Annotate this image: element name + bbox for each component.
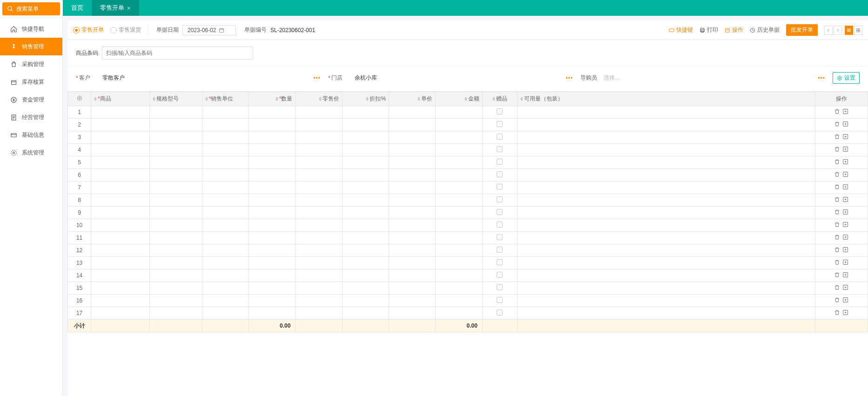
th-unit-price[interactable]: 单价 [389,92,436,106]
cell-unit[interactable] [202,269,249,282]
cell-amount[interactable] [436,169,482,181]
delete-row-button[interactable] [834,284,841,291]
cell-unit[interactable] [202,194,249,207]
cell-amount[interactable] [436,244,482,257]
cell-unit-price[interactable] [389,144,436,156]
operate-link[interactable]: 操作 [725,26,743,34]
guide-select[interactable]: 选择... [599,74,815,82]
cell-spec[interactable] [149,295,202,307]
checkbox-icon[interactable] [497,221,503,228]
cell-amount[interactable] [436,295,482,307]
delete-row-button[interactable] [834,196,841,203]
cell-amount[interactable] [436,156,482,169]
cell-product[interactable] [91,295,149,307]
cell-product[interactable] [91,219,149,232]
nav-item-0[interactable]: 快捷导航 [0,20,62,38]
checkbox-icon[interactable] [497,297,503,303]
cell-unit[interactable] [202,181,249,194]
cell-unit[interactable] [202,144,249,156]
cell-retail[interactable] [296,144,342,156]
delete-row-button[interactable] [834,209,841,215]
table-row[interactable]: 10 [68,219,868,232]
cell-discount[interactable] [342,257,389,269]
cell-unit-price[interactable] [389,156,436,169]
cell-qty[interactable] [249,295,295,307]
cell-gift[interactable] [482,156,517,169]
cell-product[interactable] [91,131,149,144]
cell-retail[interactable] [296,194,342,207]
delete-row-button[interactable] [834,171,841,178]
cell-retail[interactable] [296,295,342,307]
cell-retail[interactable] [296,106,342,119]
cell-discount[interactable] [342,295,389,307]
cell-unit-price[interactable] [389,181,436,194]
expand-mode-button[interactable] [854,26,862,35]
barcode-input[interactable] [102,47,253,60]
cell-unit[interactable] [202,106,249,119]
cell-spec[interactable] [149,207,202,219]
customer-value[interactable]: 零散客户 [98,74,311,82]
cell-unit-price[interactable] [389,307,436,320]
cell-retail[interactable] [296,169,342,181]
cell-product[interactable] [91,169,149,181]
cell-spec[interactable] [149,144,202,156]
cell-qty[interactable] [249,181,295,194]
cell-qty[interactable] [249,257,295,269]
cell-discount[interactable] [342,131,389,144]
table-row[interactable]: 4 [68,144,868,156]
th-discount[interactable]: 折扣% [342,92,389,106]
cell-gift[interactable] [482,106,517,119]
cell-product[interactable] [91,257,149,269]
cell-amount[interactable] [436,131,482,144]
cell-unit-price[interactable] [389,232,436,244]
th-gift[interactable]: 赠品 [482,92,517,106]
cell-spec[interactable] [149,169,202,181]
cell-unit-price[interactable] [389,295,436,307]
checkbox-icon[interactable] [497,209,503,215]
cell-amount[interactable] [436,257,482,269]
delete-row-button[interactable] [834,108,841,115]
table-row[interactable]: 17 [68,307,868,320]
cell-unit-price[interactable] [389,257,436,269]
cell-discount[interactable] [342,106,389,119]
cell-product[interactable] [91,207,149,219]
list-mode-button[interactable] [845,26,853,35]
th-product[interactable]: *商品 [91,92,149,106]
cell-retail[interactable] [296,257,342,269]
add-row-button[interactable] [842,297,849,303]
cell-qty[interactable] [249,144,295,156]
nav-item-2[interactable]: 采购管理 [0,55,62,73]
checkbox-icon[interactable] [497,234,503,240]
cell-unit[interactable] [202,232,249,244]
cell-unit[interactable] [202,295,249,307]
nav-item-5[interactable]: 经营管理 [0,108,62,126]
table-row[interactable]: 8 [68,194,868,207]
cell-spec[interactable] [149,219,202,232]
cell-discount[interactable] [342,244,389,257]
add-row-button[interactable] [842,196,849,203]
table-row[interactable]: 15 [68,282,868,295]
delete-row-button[interactable] [834,234,841,241]
cell-discount[interactable] [342,282,389,295]
cell-gift[interactable] [482,119,517,131]
table-row[interactable]: 6 [68,169,868,181]
cell-discount[interactable] [342,169,389,181]
delete-row-button[interactable] [834,159,841,165]
cell-discount[interactable] [342,181,389,194]
checkbox-icon[interactable] [497,134,503,140]
cell-retail[interactable] [296,181,342,194]
cell-amount[interactable] [436,219,482,232]
checkbox-icon[interactable] [497,272,503,278]
add-row-button[interactable] [842,134,849,140]
cell-gift[interactable] [482,181,517,194]
cell-unit[interactable] [202,244,249,257]
cell-spec[interactable] [149,194,202,207]
th-gear[interactable] [68,92,91,106]
cell-spec[interactable] [149,131,202,144]
cell-amount[interactable] [436,119,482,131]
cell-unit-price[interactable] [389,194,436,207]
cell-product[interactable] [91,232,149,244]
add-row-button[interactable] [842,108,849,115]
cell-qty[interactable] [249,244,295,257]
cell-spec[interactable] [149,307,202,320]
